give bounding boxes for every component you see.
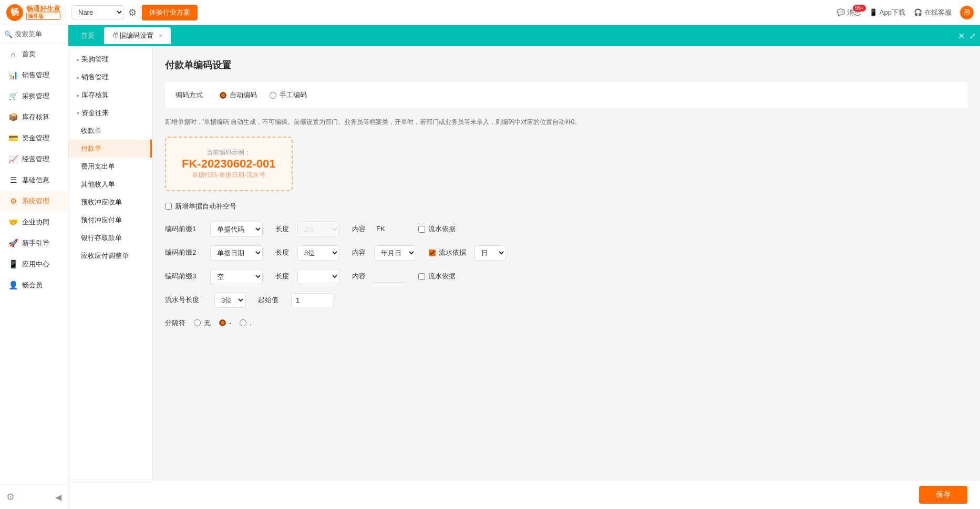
serial-checkbox-1[interactable] xyxy=(429,250,436,256)
tab-label: 单据编码设置 xyxy=(112,31,153,40)
arrow-icon: ▾ xyxy=(77,110,79,116)
sidebar-item-home[interactable]: ⌂首页 xyxy=(0,44,68,65)
length-label-1: 长度 xyxy=(275,248,289,257)
prefix-select-0[interactable]: 单据代码 xyxy=(210,222,263,237)
company-selector[interactable]: Nare xyxy=(71,5,124,19)
serial-checkbox-2[interactable] xyxy=(418,273,425,280)
prefix-label-1: 编码前缀2 xyxy=(165,248,202,257)
app-download-btn[interactable]: 📱 App下载 xyxy=(869,8,905,17)
manual-encode-option[interactable]: 手工编码 xyxy=(270,90,307,100)
sidebar-item-sales[interactable]: 📊销售管理 xyxy=(0,65,68,86)
sidebar-item-label: 资金管理 xyxy=(22,133,49,143)
length-select-2[interactable] xyxy=(297,269,339,284)
form-row-1: 编码前缀2 单据日期 长度 8位 内容 年月日 流水依据 日 xyxy=(165,245,967,261)
prefix-select-1[interactable]: 单据日期 xyxy=(210,245,263,261)
sidebar-item-purchase[interactable]: 🛒采购管理 xyxy=(0,86,68,107)
sidebar-item-finance[interactable]: 💳资金管理 xyxy=(0,128,68,149)
length-select-0: 2位 xyxy=(297,222,339,237)
sep-dot-label: . xyxy=(250,319,252,327)
serial-checkbox-0[interactable] xyxy=(418,226,425,233)
serial-start-input[interactable] xyxy=(291,293,333,307)
right-section: 首页单据编码设置× ✕ ⤢ ▸采购管理▸销售管理▸库存核算▾资金往来收款单付款单… xyxy=(68,25,980,509)
sub-item-付款单[interactable]: 付款单 xyxy=(68,140,152,158)
tab-首页[interactable]: 首页 xyxy=(73,27,103,44)
length-select-1[interactable]: 8位 xyxy=(297,245,339,261)
serial-period-select-1[interactable]: 日 xyxy=(474,245,506,261)
serial-row: 流水号长度 3位 起始值 xyxy=(165,293,967,308)
sub-group-header-资金往来[interactable]: ▾资金往来 xyxy=(68,104,152,122)
prefix-select-2[interactable]: 空 xyxy=(210,269,263,284)
serial-label-0: 流水依据 xyxy=(428,224,456,234)
content-select-1[interactable]: 年月日 xyxy=(374,245,416,261)
sep-none-option[interactable]: 无 xyxy=(194,318,211,328)
online-service-btn[interactable]: 🎧 在线客服 xyxy=(914,8,952,17)
tab-label: 首页 xyxy=(81,31,95,40)
sidebar-item-guide[interactable]: 🚀新手引导 xyxy=(0,233,68,254)
sidebar-item-inventory[interactable]: 📦库存核算 xyxy=(0,107,68,128)
logo-icon: 畅 xyxy=(6,4,23,21)
sep-dot-option[interactable]: . xyxy=(240,319,252,327)
sidebar-item-member[interactable]: 👤畅会员 xyxy=(0,275,68,296)
sep-none-radio[interactable] xyxy=(194,319,201,326)
preview-card: 当前编码示例： FK-20230602-001 单据代码-单据日期-流水号 xyxy=(165,137,293,191)
home-icon: ⌂ xyxy=(8,49,18,59)
sep-dot-radio[interactable] xyxy=(240,319,246,326)
desc-content: 新增单据时，'单据编码'自动生成，不可编辑。前缀设置为部门、业务员等档案类，开单… xyxy=(165,118,581,126)
page-title: 付款单编码设置 xyxy=(165,59,967,71)
experience-btn[interactable]: 体验行业方案 xyxy=(142,5,198,20)
manual-encode-radio[interactable] xyxy=(270,92,276,99)
sub-item-预付冲应付单[interactable]: 预付冲应付单 xyxy=(68,211,152,229)
sidebar-item-system[interactable]: ⚙系统管理 xyxy=(0,191,68,212)
sub-group-销售管理: ▸销售管理 xyxy=(68,68,152,86)
sep-dash-option[interactable]: - xyxy=(219,319,231,327)
content-input-0[interactable] xyxy=(374,223,406,235)
search-icon: 🔍 xyxy=(4,30,13,38)
manual-encode-label: 手工编码 xyxy=(280,90,307,100)
sep-dash-radio[interactable] xyxy=(219,319,226,326)
sidebar-item-basic[interactable]: ☰基础信息 xyxy=(0,170,68,191)
sub-item-其他收入单[interactable]: 其他收入单 xyxy=(68,175,152,193)
sidebar-item-business[interactable]: 📈经营管理 xyxy=(0,149,68,170)
sub-group-header-销售管理[interactable]: ▸销售管理 xyxy=(68,68,152,86)
topbar-right: 💬 消息 99+ 📱 App下载 🎧 在线客服 用 xyxy=(837,6,974,19)
sidebar-item-collab[interactable]: 🤝企业协同 xyxy=(0,212,68,233)
sub-item-收款单[interactable]: 收款单 xyxy=(68,122,152,140)
content-label-2: 内容 xyxy=(352,272,366,281)
tab-expand-btn[interactable]: ⤢ xyxy=(969,31,976,41)
sidebar-item-label: 采购管理 xyxy=(22,91,49,101)
auto-encode-radio[interactable] xyxy=(220,92,226,99)
tab-close-icon[interactable]: × xyxy=(159,32,162,39)
service-label: 在线客服 xyxy=(924,8,952,17)
sub-group-header-库存核算[interactable]: ▸库存核算 xyxy=(68,86,152,104)
sidebar-settings-icon[interactable]: ⚙ xyxy=(6,491,15,503)
save-button[interactable]: 保存 xyxy=(919,486,967,504)
serial-length-select[interactable]: 3位 xyxy=(214,293,245,308)
content-input-2[interactable] xyxy=(374,270,406,283)
sidebar-collapse-icon[interactable]: ◀ xyxy=(55,492,61,502)
sub-item-应收应付调整单[interactable]: 应收应付调整单 xyxy=(68,247,152,265)
sub-group-header-采购管理[interactable]: ▸采购管理 xyxy=(68,50,152,68)
sub-item-预收冲应收单[interactable]: 预收冲应收单 xyxy=(68,193,152,211)
group-label: 资金往来 xyxy=(81,108,109,118)
tab-单据编码设置[interactable]: 单据编码设置× xyxy=(104,27,171,44)
serial-checkbox-wrap-1: 流水依据 xyxy=(429,248,466,257)
auto-fill-checkbox[interactable] xyxy=(165,203,172,210)
business-icon: 📈 xyxy=(8,154,18,164)
system-icon: ⚙ xyxy=(8,196,18,206)
auto-encode-option[interactable]: 自动编码 xyxy=(220,90,257,100)
sub-item-银行存取款单[interactable]: 银行存取款单 xyxy=(68,229,152,247)
sidebar-search-btn[interactable]: 🔍 搜索菜单 xyxy=(0,25,68,44)
user-avatar[interactable]: 用 xyxy=(960,6,974,19)
sep-dash-label: - xyxy=(229,319,231,327)
sub-item-费用支出单[interactable]: 费用支出单 xyxy=(68,158,152,175)
sidebar-item-appstore[interactable]: 📱应用中心 xyxy=(0,254,68,275)
message-badge: 99+ xyxy=(853,5,866,12)
tab-close-btn[interactable]: ✕ xyxy=(958,31,965,41)
encode-method-row: 编码方式 自动编码 手工编码 xyxy=(176,90,957,100)
sep-none-label: 无 xyxy=(204,318,211,328)
sidebar-item-label: 首页 xyxy=(22,49,36,59)
encode-method-card: 编码方式 自动编码 手工编码 xyxy=(165,82,967,108)
message-btn[interactable]: 💬 消息 99+ xyxy=(837,8,861,17)
settings-icon[interactable]: ⚙ xyxy=(128,7,137,18)
group-label: 采购管理 xyxy=(81,55,109,64)
